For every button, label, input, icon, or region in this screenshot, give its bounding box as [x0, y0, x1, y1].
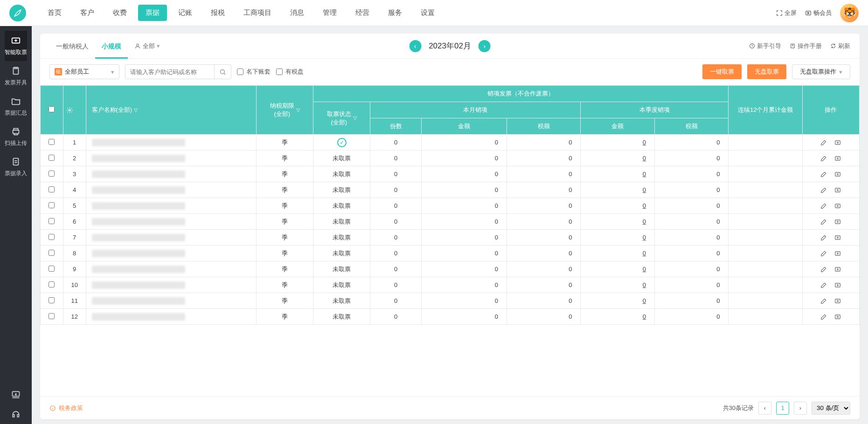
horizontal-scrollbar[interactable]: [40, 390, 860, 396]
table-settings-button[interactable]: [63, 86, 86, 135]
col-customer[interactable]: 客户名称(全部)▽: [86, 86, 257, 135]
filter-all-dropdown[interactable]: 全部 ▾: [134, 42, 160, 50]
filter-icon: ▽: [134, 107, 138, 113]
row-checkbox[interactable]: [49, 155, 55, 161]
view-button[interactable]: [833, 248, 843, 259]
tax-policy-link[interactable]: 税务政策: [49, 404, 83, 412]
nav-设置[interactable]: 设置: [413, 5, 442, 21]
sidebar-headset-button[interactable]: [11, 404, 21, 424]
view-button[interactable]: [833, 296, 843, 306]
has-disk-checkbox[interactable]: 有税盘: [276, 68, 304, 76]
row-checkbox[interactable]: [49, 186, 55, 192]
view-button[interactable]: [833, 153, 843, 164]
quarter-amount-link: 0: [643, 171, 646, 178]
fullscreen-button[interactable]: 全屏: [776, 9, 797, 17]
sidebar-item-智能取票[interactable]: 智能取票: [5, 31, 27, 61]
edit-button[interactable]: [819, 185, 829, 195]
nav-首页[interactable]: 首页: [40, 5, 69, 21]
row-checkbox[interactable]: [49, 266, 55, 272]
nodisk-ops-dropdown[interactable]: 无盘取票操作 ▾: [792, 64, 850, 79]
nav-经营[interactable]: 经营: [348, 5, 377, 21]
nodisk-fetch-button[interactable]: 无盘取票: [747, 64, 786, 79]
edit-button[interactable]: [819, 280, 829, 290]
page-size-select[interactable]: 30 条/页: [812, 402, 850, 415]
nav-服务[interactable]: 服务: [381, 5, 410, 21]
row-checkbox[interactable]: [49, 139, 55, 145]
col-cum12: 连续12个月累计金额: [729, 86, 803, 135]
edit-button[interactable]: [819, 169, 829, 179]
edit-button[interactable]: [819, 217, 829, 227]
view-button[interactable]: [833, 137, 843, 148]
row-checkbox[interactable]: [49, 218, 55, 224]
nav-工商项目[interactable]: 工商项目: [236, 5, 279, 21]
row-checkbox[interactable]: [49, 234, 55, 240]
row-checkbox[interactable]: [49, 313, 55, 319]
view-button[interactable]: [833, 312, 843, 322]
page-next-button[interactable]: ›: [794, 402, 807, 415]
nav-票据[interactable]: 票据: [138, 5, 167, 21]
nav-客户[interactable]: 客户: [73, 5, 102, 21]
col-fetch-status[interactable]: 取票状态 (全部)▽: [313, 102, 370, 135]
edit-button[interactable]: [819, 312, 829, 322]
quarter-amount-link: 0: [643, 297, 646, 304]
sidebar-item-扫描上传[interactable]: 扫描上传: [5, 122, 27, 152]
row-checkbox[interactable]: [49, 250, 55, 256]
user-avatar[interactable]: 🐯: [840, 4, 859, 22]
row-checkbox[interactable]: [49, 281, 55, 287]
nav-消息[interactable]: 消息: [283, 5, 312, 21]
under-account-checkbox[interactable]: 名下账套: [237, 68, 271, 76]
fetch-invoice-button[interactable]: 一键取票: [702, 64, 742, 79]
edit-button[interactable]: [819, 296, 829, 306]
manual-link[interactable]: 操作手册: [790, 42, 822, 50]
sidebar-item-发票开具[interactable]: 发票开具: [5, 61, 27, 91]
employee-select[interactable]: 组 全部员工 ▾: [49, 64, 119, 79]
view-button[interactable]: [833, 280, 843, 290]
tab-一般纳税人[interactable]: 一般纳税人: [49, 34, 95, 59]
page-number[interactable]: 1: [776, 402, 789, 415]
customer-name-redacted: [92, 313, 185, 321]
sidebar-item-票据录入[interactable]: 票据录入: [5, 152, 27, 182]
row-checkbox[interactable]: [49, 202, 55, 208]
nav-收费[interactable]: 收费: [105, 5, 134, 21]
folder-icon: [11, 96, 21, 106]
page-prev-button[interactable]: ‹: [758, 402, 771, 415]
row-checkbox[interactable]: [49, 297, 55, 303]
view-button[interactable]: [833, 233, 843, 243]
row-checkbox[interactable]: [49, 171, 55, 177]
svg-rect-13: [835, 157, 840, 160]
table-row: 2季未取票00000: [41, 150, 860, 166]
refresh-link[interactable]: 刷新: [830, 42, 850, 50]
view-button[interactable]: [833, 169, 843, 179]
tab-小规模[interactable]: 小规模: [95, 34, 128, 59]
period-label[interactable]: 2023年02月: [429, 41, 471, 51]
nav-报税[interactable]: 报税: [203, 5, 232, 21]
nav-管理[interactable]: 管理: [315, 5, 344, 21]
sidebar-item-票据汇总[interactable]: 票据汇总: [5, 91, 27, 122]
search-button[interactable]: [214, 65, 231, 79]
app-logo[interactable]: [9, 5, 26, 21]
search-input[interactable]: [125, 65, 214, 79]
guide-link[interactable]: 新手引导: [749, 42, 781, 50]
table-row: 5季未取票00000: [41, 198, 860, 214]
table-row: 4季未取票00000: [41, 182, 860, 198]
svg-point-12: [837, 142, 839, 143]
view-button[interactable]: [833, 264, 843, 274]
period-next-button[interactable]: ›: [479, 40, 491, 52]
edit-button[interactable]: [819, 264, 829, 274]
col-tax-period[interactable]: 纳税期限 (全部)▽: [257, 86, 313, 135]
member-button[interactable]: 畅会员: [805, 9, 832, 17]
svg-rect-4: [14, 158, 19, 165]
view-button[interactable]: [833, 217, 843, 227]
nav-记账[interactable]: 记账: [171, 5, 200, 21]
edit-button[interactable]: [819, 248, 829, 259]
edit-button[interactable]: [819, 233, 829, 243]
sidebar-download-button[interactable]: [11, 385, 21, 404]
edit-button[interactable]: [819, 153, 829, 164]
period-prev-button[interactable]: ‹: [409, 40, 421, 52]
view-button[interactable]: [833, 201, 843, 211]
edit-button[interactable]: [819, 201, 829, 211]
edit-button[interactable]: [819, 137, 829, 148]
svg-point-18: [837, 189, 839, 191]
select-all-checkbox[interactable]: [49, 106, 55, 112]
view-button[interactable]: [833, 185, 843, 195]
